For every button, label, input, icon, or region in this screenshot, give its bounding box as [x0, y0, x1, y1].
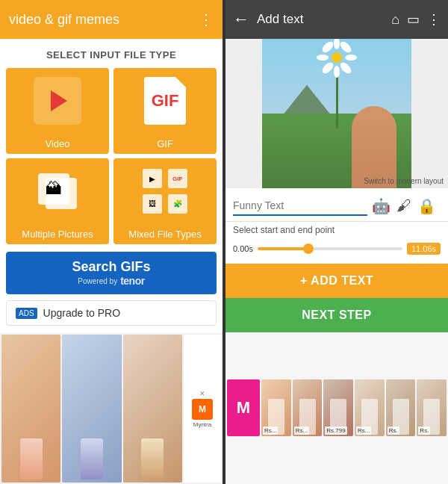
ad-thumb-1 — [1, 335, 60, 483]
right-ad-strip: M Rs... Rs... Rs.799 Rs... — [225, 332, 448, 485]
text-tools: 🤖 🖌 🔒 — [367, 194, 441, 218]
select-input-label: SELECT INPUT FILE TYPE — [0, 39, 223, 68]
lock-icon[interactable]: 🔒 — [417, 197, 436, 215]
ad-thumb-2 — [62, 335, 121, 483]
timeline-row: 0.00s 11.06s — [225, 238, 448, 259]
ads-badge: ADS — [16, 308, 37, 319]
slider-fill — [258, 247, 308, 250]
switch-layout-label[interactable]: Switch to modern layout — [364, 177, 444, 185]
myntra-m: M — [237, 398, 250, 418]
mixed-icon-area: ▶ GIF 🖼 🧩 — [141, 158, 189, 224]
hand — [352, 106, 396, 188]
multiple-pictures-icon: 🏔 — [34, 169, 81, 214]
pictures-icon-area: 🏔 — [34, 158, 81, 224]
flower — [326, 46, 348, 128]
ad-price-5: Rs. — [388, 426, 399, 435]
file-type-gif[interactable]: GIF GIF — [113, 68, 217, 154]
preview-image — [262, 39, 411, 188]
left-panel: video & gif memes ⋮ SELECT INPUT FILE TY… — [0, 0, 223, 484]
puzzle-2: GIF — [168, 169, 187, 188]
overflow-menu-icon[interactable]: ⋮ — [427, 11, 441, 28]
multiple-label: Multiple Pictures — [22, 224, 93, 244]
mountain-icon: 🏔 — [46, 179, 62, 199]
paint-icon[interactable]: 🖌 — [396, 197, 411, 214]
left-header: video & gif memes ⋮ — [0, 0, 223, 39]
gif-icon-area: GIF — [144, 68, 186, 134]
ad-fashion-3: Rs.799 — [323, 379, 353, 436]
play-icon — [51, 90, 67, 111]
right-header: ← Add text ⌂ ▭ ⋮ — [225, 0, 448, 39]
ad-fashion-1: Rs... — [261, 379, 291, 436]
preview-container: Switch to modern layout — [225, 39, 448, 188]
puzzle-1: ▶ — [143, 169, 162, 188]
header-icons: ⌂ ▭ ⋮ — [391, 11, 441, 28]
ad-strip-left: ✕ M Myntra — [0, 333, 223, 484]
slider-thumb[interactable] — [303, 243, 314, 254]
gif-icon: GIF — [144, 77, 186, 125]
end-time-label: 11.06s — [407, 243, 441, 255]
gif-text: GIF — [152, 91, 179, 111]
gif-label: GIF — [157, 134, 173, 154]
funny-text-input[interactable] — [233, 196, 367, 216]
add-text-button[interactable]: + ADD TEXT — [225, 264, 448, 298]
search-gifs-title: Search GIFs — [13, 259, 209, 275]
back-button[interactable]: ← — [233, 10, 249, 29]
pic-card-front: 🏔 — [38, 173, 69, 205]
right-panel: ← Add text ⌂ ▭ ⋮ — [225, 0, 448, 484]
file-type-mixed[interactable]: ▶ GIF 🖼 🧩 Mixed File Types — [113, 158, 217, 244]
ad-price-1: Rs... — [263, 426, 278, 435]
start-time-label: 0.00s — [233, 244, 253, 253]
mixed-icon: ▶ GIF 🖼 🧩 — [141, 167, 189, 215]
upgrade-bar[interactable]: ADS Upgrade to PRO — [6, 300, 217, 326]
screen-icon[interactable]: ▭ — [407, 11, 420, 28]
ad-price-4: Rs... — [356, 426, 371, 435]
tenor-logo: tenor — [120, 275, 145, 287]
upgrade-label: Upgrade to PRO — [43, 307, 121, 319]
puzzle-4: 🧩 — [168, 194, 187, 214]
ad-price-2: Rs... — [294, 426, 309, 435]
ad-thumb-3 — [123, 335, 182, 483]
flower-center — [332, 52, 342, 63]
sticker-icon[interactable]: 🤖 — [372, 197, 391, 215]
ad-banner: ✕ M Myntra — [184, 335, 221, 483]
ad-fashion-4: Rs... — [355, 379, 385, 436]
powered-by-text: Powered by — [78, 277, 117, 285]
ad-fashion-6: Rs. — [417, 379, 447, 436]
search-gifs-button[interactable]: Search GIFs Powered by tenor — [6, 252, 217, 294]
file-type-multiple[interactable]: 🏔 Multiple Pictures — [6, 158, 109, 244]
next-step-button[interactable]: NEXT STEP — [225, 298, 448, 332]
puzzle-3: 🖼 — [143, 194, 162, 214]
text-input-row: 🤖 🖌 🔒 — [225, 188, 448, 222]
ad-fashion-2: Rs... — [293, 379, 323, 436]
ad-fashion-5: Rs. — [386, 379, 416, 436]
myntra-logo: M — [227, 379, 260, 436]
file-type-grid: Video GIF GIF 🏔 Multiple Pictures — [0, 68, 223, 244]
right-header-title: Add text — [257, 12, 384, 27]
powered-by-label: Powered by tenor — [13, 275, 209, 287]
ad-price-3: Rs.799 — [325, 426, 346, 435]
menu-icon[interactable]: ⋮ — [199, 10, 214, 28]
file-type-video[interactable]: Video — [6, 68, 109, 154]
video-label: Video — [45, 134, 69, 154]
mixed-label: Mixed File Types — [128, 224, 201, 244]
home-icon[interactable]: ⌂ — [391, 12, 399, 28]
text-input-wrapper: 🤖 🖌 🔒 — [233, 194, 441, 218]
flower-stem — [336, 69, 338, 128]
video-icon — [34, 77, 81, 125]
myntra-ad-label: Myntra — [193, 421, 211, 428]
start-end-label: Select start and end point — [225, 222, 448, 238]
close-x[interactable]: ✕ — [199, 390, 205, 397]
ad-price-6: Rs. — [418, 426, 430, 435]
video-icon-area — [34, 68, 81, 134]
flower-head — [326, 46, 348, 69]
app-title: video & gif memes — [9, 12, 119, 28]
timeline-slider[interactable] — [258, 247, 402, 250]
